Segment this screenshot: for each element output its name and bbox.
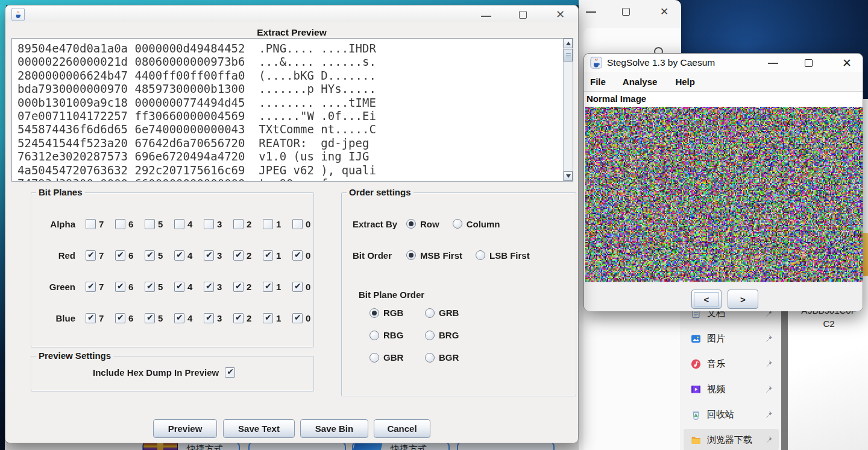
music-icon — [691, 359, 701, 369]
sidebar-item-5[interactable]: 浏览器下载 — [684, 429, 779, 450]
green-bit5-checkbox[interactable] — [145, 282, 155, 292]
sidebar-item-4[interactable]: 回收站 — [684, 404, 779, 425]
group-title: Preview Settings — [36, 350, 113, 361]
alpha-bit5-checkbox[interactable] — [145, 219, 155, 229]
include-hex-dump-checkbox[interactable] — [225, 367, 235, 378]
plane-order-rgb-option: RGB — [370, 308, 403, 318]
green-bit6-checkbox[interactable] — [115, 282, 125, 292]
next-label: > — [740, 294, 746, 305]
red-bit6-checkbox[interactable] — [115, 250, 125, 261]
preview-button[interactable]: Preview — [153, 419, 217, 438]
blue-bit0-checkbox[interactable] — [292, 313, 303, 323]
bit-number-label: 3 — [217, 313, 222, 323]
red-bit4-checkbox[interactable] — [174, 250, 184, 261]
stegsolve-titlebar[interactable]: StegSolve 1.3 by Caesum ✕ — [584, 54, 863, 72]
red-bit0-checkbox[interactable] — [292, 250, 303, 261]
blue-bit2-checkbox[interactable] — [233, 313, 244, 323]
green-bit0-checkbox[interactable] — [292, 282, 303, 292]
bit-number-label: 5 — [158, 282, 163, 292]
plane-order-rbg-radio[interactable] — [370, 331, 379, 340]
menu-file[interactable]: File — [584, 74, 612, 89]
plane-order-brg-radio[interactable] — [425, 331, 435, 340]
next-plane-button[interactable]: > — [728, 290, 758, 309]
bit-number-label: 2 — [247, 282, 251, 292]
plane-order-bgr-label: BGR — [439, 352, 459, 363]
sidebar-item-2[interactable]: 音乐 — [684, 353, 779, 375]
red-bit2-checkbox[interactable] — [233, 250, 244, 261]
maximize-icon[interactable] — [519, 11, 527, 19]
pin-icon[interactable] — [764, 385, 773, 393]
maximize-icon[interactable] — [805, 59, 813, 67]
save-text-button[interactable]: Save Text — [223, 419, 295, 438]
blue-bit1-checkbox[interactable] — [263, 313, 273, 323]
alpha-bit7-checkbox[interactable] — [86, 219, 96, 229]
bit-order-lsb-first-radio[interactable] — [476, 250, 485, 260]
sidebar-item-1[interactable]: 图片 — [684, 328, 779, 349]
green-bit2-checkbox[interactable] — [233, 282, 244, 292]
blue-file-icon[interactable] — [351, 443, 382, 450]
green-bit4-checkbox[interactable] — [174, 282, 184, 292]
plane-order-rgb-radio[interactable] — [370, 308, 379, 318]
alpha-bit0-checkbox[interactable] — [292, 219, 303, 229]
alpha-bit4-checkbox[interactable] — [174, 219, 184, 229]
maximize-icon[interactable] — [622, 8, 630, 16]
sidebar-item-3[interactable]: 视频 — [684, 378, 779, 400]
extract-by-row: Extract By RowColumn — [353, 214, 500, 234]
alpha-bit6-checkbox[interactable] — [115, 219, 125, 229]
cancel-button[interactable]: Cancel — [374, 419, 430, 438]
plane-order-grb-label: GRB — [439, 308, 459, 318]
plane-order-rgb-label: RGB — [383, 308, 403, 318]
video-icon — [691, 384, 701, 395]
pin-icon[interactable] — [764, 334, 773, 343]
close-icon[interactable]: ✕ — [660, 7, 668, 17]
desktop: ✕ 文档图片音乐视频回收站浏览器下载 A9BB501C0F C2 快捷方式 快捷… — [0, 0, 868, 450]
plane-order-bgr-radio[interactable] — [425, 353, 435, 363]
plane-order-grb-option: GRB — [425, 308, 459, 318]
bit-order-msb-first-radio[interactable] — [406, 250, 416, 260]
green-bit1-checkbox[interactable] — [263, 282, 273, 292]
alpha-bit1-checkbox[interactable] — [263, 219, 273, 229]
menu-help[interactable]: Help — [669, 74, 701, 89]
extract-by-column-radio[interactable] — [453, 219, 462, 229]
blue-bit5-checkbox[interactable] — [145, 313, 155, 323]
extract-by-row-radio[interactable] — [406, 219, 416, 229]
red-bit1-checkbox[interactable] — [263, 250, 273, 261]
minimize-icon[interactable] — [768, 63, 778, 64]
menu-analyse[interactable]: Analyse — [617, 74, 664, 89]
minimize-icon[interactable] — [586, 11, 596, 13]
dialog-titlebar[interactable]: ✕ — [5, 5, 578, 22]
plane-order-gbr-radio[interactable] — [370, 353, 379, 363]
scroll-up-button[interactable] — [564, 39, 573, 48]
prev-plane-button[interactable]: < — [691, 290, 722, 309]
hex-preview-text: 89504e470d0a1a0a 0000000d49484452 .PNG..… — [17, 42, 376, 182]
hex-preview-panel[interactable]: 89504e470d0a1a0a 0000000d49484452 .PNG..… — [11, 38, 573, 182]
blue-bit7-checkbox[interactable] — [86, 313, 96, 323]
bit-plane-row-blue: Blue76543210 — [37, 308, 322, 328]
red-bit3-checkbox[interactable] — [204, 250, 214, 261]
close-icon[interactable]: ✕ — [842, 57, 852, 69]
file-name-line2[interactable]: C2 — [790, 318, 868, 329]
pin-icon[interactable] — [764, 410, 773, 419]
green-bit3-checkbox[interactable] — [204, 282, 214, 292]
extract-by-row-option: Row — [406, 219, 439, 229]
treasure-chest-icon[interactable] — [143, 443, 178, 450]
plane-order-grb-radio[interactable] — [425, 308, 435, 318]
pin-icon[interactable] — [764, 436, 773, 444]
scroll-down-button[interactable] — [564, 171, 573, 181]
alpha-bit2-checkbox[interactable] — [233, 219, 244, 229]
scrollbar-thumb[interactable] — [564, 49, 573, 62]
save-bin-button[interactable]: Save Bin — [300, 419, 368, 438]
java-cup-icon[interactable] — [11, 8, 25, 21]
pin-icon[interactable] — [764, 360, 773, 368]
blue-bit4-checkbox[interactable] — [174, 313, 184, 323]
bit-number-label: 0 — [306, 250, 310, 261]
blue-bit6-checkbox[interactable] — [115, 313, 125, 323]
vertical-scrollbar[interactable] — [563, 39, 573, 181]
minimize-icon[interactable] — [481, 16, 491, 17]
blue-bit3-checkbox[interactable] — [204, 313, 214, 323]
alpha-bit3-checkbox[interactable] — [204, 219, 214, 229]
red-bit5-checkbox[interactable] — [145, 250, 155, 261]
red-bit7-checkbox[interactable] — [86, 250, 96, 261]
close-icon[interactable]: ✕ — [556, 9, 565, 20]
green-bit7-checkbox[interactable] — [86, 282, 96, 292]
